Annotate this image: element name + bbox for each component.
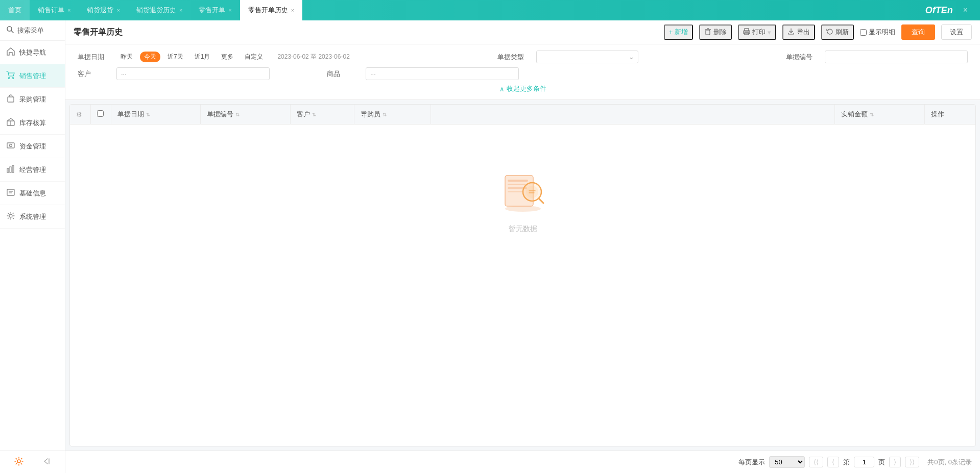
tab-sales-return-history[interactable]: 销货退货历史 × xyxy=(128,0,190,20)
tab-home[interactable]: 首页 xyxy=(0,0,30,20)
tab-retail-open-history-close[interactable]: × xyxy=(291,7,294,13)
sidebar-item-sys-mgmt-label: 系统管理 xyxy=(19,212,46,221)
tab-retail-open[interactable]: 零售开单 × xyxy=(190,0,240,20)
sidebar-search[interactable]: 搜索采单 xyxy=(0,20,65,41)
svg-rect-27 xyxy=(508,184,525,185)
date-btn-more[interactable]: 更多 xyxy=(217,52,237,62)
col-customer-sort-icon[interactable]: ⇅ xyxy=(312,112,316,117)
refresh-label: 刷新 xyxy=(835,28,849,37)
main-layout: 搜索采单 快捷导航 销售管理 xyxy=(0,20,980,473)
col-date-sort-icon[interactable]: ⇅ xyxy=(146,112,150,117)
pagination-summary: 共0页, 0条记录 xyxy=(927,458,972,467)
sidebar-item-operation[interactable]: 经营管理 xyxy=(0,158,65,182)
date-btn-1month[interactable]: 近1月 xyxy=(190,52,214,62)
display-detail-checkbox[interactable] xyxy=(860,29,867,36)
tab-sales-return-close[interactable]: × xyxy=(116,7,119,13)
bag-icon xyxy=(6,94,15,105)
sidebar-item-quick-nav[interactable]: 快捷导航 xyxy=(0,41,65,64)
settings-bottom-icon[interactable] xyxy=(14,456,24,468)
tab-sales-return-history-close[interactable]: × xyxy=(179,7,182,13)
page-last-btn[interactable]: ⟩⟩ xyxy=(905,457,919,467)
svg-point-3 xyxy=(12,78,14,79)
select-all-checkbox[interactable] xyxy=(97,110,104,117)
sidebar-item-finance[interactable]: 资金管理 xyxy=(0,135,65,158)
search-icon xyxy=(6,26,14,35)
sidebar-search-label: 搜索采单 xyxy=(17,26,44,35)
export-label: 导出 xyxy=(797,28,810,37)
col-amount: 实销金额 ⇅ xyxy=(834,105,924,125)
svg-rect-9 xyxy=(7,168,9,172)
export-icon xyxy=(787,28,795,37)
sidebar-bottom xyxy=(0,451,65,473)
cart-icon xyxy=(6,70,15,81)
sidebar-item-basic-info[interactable]: 基础信息 xyxy=(0,182,65,205)
print-chevron-icon: ▾ xyxy=(768,29,771,36)
tab-retail-open-label: 零售开单 xyxy=(199,6,225,15)
tab-sales-return[interactable]: 销货退货 × xyxy=(79,0,128,20)
table-container: ⚙ 单据日期 ⇅ 单据编号 xyxy=(69,104,976,446)
svg-line-32 xyxy=(539,198,543,203)
svg-point-24 xyxy=(505,206,541,212)
settings-button[interactable]: 设置 xyxy=(941,24,972,40)
sidebar-item-basic-info-label: 基础信息 xyxy=(19,189,46,198)
display-detail-label: 显示明细 xyxy=(869,28,895,37)
col-salesperson: 导购员 ⇅ xyxy=(354,105,431,125)
date-btn-custom[interactable]: 自定义 xyxy=(241,52,267,62)
tab-retail-open-close[interactable]: × xyxy=(228,7,231,13)
page-prev-btn[interactable]: ⟨ xyxy=(827,457,839,467)
tab-sales-return-history-label: 销货退货历史 xyxy=(136,6,176,15)
delete-button[interactable]: 删除 xyxy=(699,24,732,40)
svg-rect-10 xyxy=(10,167,11,172)
tab-sales-order[interactable]: 销售订单 × xyxy=(30,0,79,20)
tab-sales-order-close[interactable]: × xyxy=(67,7,70,13)
print-icon xyxy=(743,28,750,37)
collapse-sidebar-icon[interactable] xyxy=(41,456,51,468)
display-detail-toggle[interactable]: 显示明细 xyxy=(860,28,895,37)
window-close-btn[interactable]: × xyxy=(959,6,972,15)
col-number-sort-icon[interactable]: ⇅ xyxy=(235,112,240,117)
content-area: 零售开单历史 + 新增 删除 xyxy=(65,20,980,473)
per-page-select[interactable]: 10 20 50 100 xyxy=(769,456,805,468)
svg-rect-26 xyxy=(508,180,528,182)
refresh-button[interactable]: 刷新 xyxy=(821,24,854,40)
page-label: 第 xyxy=(843,458,850,467)
sidebar-item-sales-mgmt[interactable]: 销售管理 xyxy=(0,64,65,88)
col-salesperson-sort-icon[interactable]: ⇅ xyxy=(383,112,387,117)
sidebar-item-purchase-mgmt[interactable]: 采购管理 xyxy=(0,88,65,111)
money-icon xyxy=(6,141,15,152)
goods-label: 商品 xyxy=(327,69,357,79)
sidebar-item-sys-mgmt[interactable]: 系统管理 xyxy=(0,205,65,229)
add-button[interactable]: + 新增 xyxy=(664,24,693,40)
col-amount-label: 实销金额 xyxy=(841,110,868,119)
collapse-up-icon: ∧ xyxy=(499,85,505,93)
date-btn-yesterday[interactable]: 昨天 xyxy=(116,52,137,62)
goods-input[interactable] xyxy=(366,67,519,80)
page-suffix: 页 xyxy=(878,458,885,467)
sidebar-item-inventory[interactable]: 库存核算 xyxy=(0,111,65,135)
collapse-bar[interactable]: ∧ 收起更多条件 xyxy=(78,84,968,93)
sidebar-item-sales-mgmt-label: 销售管理 xyxy=(19,71,46,81)
tab-retail-open-history[interactable]: 零售开单历史 × xyxy=(240,0,302,20)
home-icon xyxy=(6,47,15,58)
query-button[interactable]: 查询 xyxy=(901,24,935,40)
filter-area: 单据日期 昨天 今天 近7天 近1月 更多 自定义 2023-06-02 至 2… xyxy=(65,44,980,100)
type-select[interactable] xyxy=(536,51,638,63)
print-button[interactable]: 打印 ▾ xyxy=(738,24,776,40)
page-first-btn[interactable]: ⟨⟨ xyxy=(809,457,823,467)
date-btn-today[interactable]: 今天 xyxy=(140,52,160,62)
table-settings-icon[interactable]: ⚙ xyxy=(76,111,82,118)
filter-date-btns: 昨天 今天 近7天 近1月 更多 自定义 xyxy=(116,52,267,62)
svg-point-16 xyxy=(17,460,20,463)
number-input[interactable] xyxy=(825,51,968,63)
export-button[interactable]: 导出 xyxy=(782,24,815,40)
date-btn-7days[interactable]: 近7天 xyxy=(163,52,187,62)
page-number-input[interactable] xyxy=(854,457,874,467)
svg-rect-11 xyxy=(12,165,14,172)
col-amount-sort-icon[interactable]: ⇅ xyxy=(870,112,874,117)
refresh-icon xyxy=(826,28,833,37)
page-next-btn[interactable]: ⟩ xyxy=(889,457,901,467)
svg-line-1 xyxy=(11,31,13,33)
customer-input[interactable] xyxy=(116,67,270,80)
svg-rect-29 xyxy=(508,191,523,192)
sidebar-item-quick-nav-label: 快捷导航 xyxy=(19,48,46,57)
